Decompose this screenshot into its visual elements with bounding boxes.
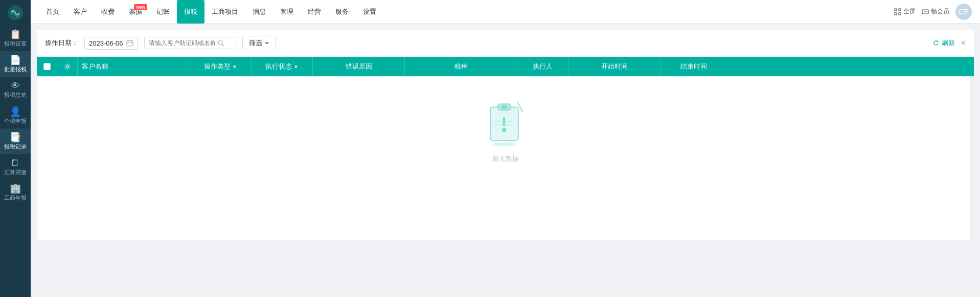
th-zhixingren: 执行人 bbox=[517, 57, 568, 76]
svg-rect-1 bbox=[895, 9, 897, 11]
fullscreen-button[interactable]: 全屏 bbox=[894, 7, 916, 16]
empty-text: 暂无数据 bbox=[492, 154, 519, 163]
th-caozuo-leixing[interactable]: 操作类型 ▼ bbox=[190, 57, 252, 76]
empty-illustration bbox=[483, 97, 529, 148]
gongshang-nianbao-icon: 🏢 bbox=[10, 184, 21, 193]
piliang-baoshui-icon: 📄 bbox=[10, 55, 21, 65]
sidebar-item-baoshui-zonlan[interactable]: 👁 报税总览 bbox=[0, 77, 31, 102]
topnav: 首页 客户 收费 票据 new 记账 报税 工商项目 消息 管理 经营 bbox=[31, 0, 980, 24]
chevron-down-icon bbox=[264, 40, 269, 46]
th-jieshu-shijian: 结束时间 bbox=[660, 57, 727, 76]
nav-xiaoxi[interactable]: 消息 bbox=[245, 0, 273, 24]
nav-piaoju[interactable]: 票据 new bbox=[122, 0, 149, 24]
refresh-button[interactable]: 刷新 bbox=[932, 38, 955, 48]
sidebar-item-geshui-shenbao[interactable]: 👤 个税申报 bbox=[0, 103, 31, 129]
topnav-right: 全屏 畅会员 CE bbox=[894, 4, 972, 20]
piaoju-badge: new bbox=[134, 4, 147, 10]
table-header: 客户名称 操作类型 ▼ 执行状态 ▼ 错误原因 税种 执行人 bbox=[37, 57, 974, 76]
svg-line-12 bbox=[222, 44, 224, 46]
sort-caozuo-icon: ▼ bbox=[232, 64, 237, 70]
empty-icon bbox=[483, 97, 529, 148]
svg-point-11 bbox=[218, 40, 222, 45]
sidebar-item-baoshui-shezhi[interactable]: 📋 报税设置 bbox=[0, 26, 31, 51]
nav-gongshang-xiangmu[interactable]: 工商项目 bbox=[204, 0, 245, 24]
th-shuizhong: 税种 bbox=[405, 57, 517, 76]
select-all-checkbox[interactable] bbox=[43, 63, 51, 70]
sidebar: 📋 报税设置 📄 批量报税 👁 报税总览 👤 个税申报 📑 报税记录 🗒 汇算清… bbox=[0, 0, 31, 297]
member-icon bbox=[922, 8, 929, 15]
search-icon bbox=[217, 39, 224, 47]
baoshui-zonlan-icon: 👁 bbox=[11, 81, 20, 90]
main-card: 操作日期： 2023-06-06 bbox=[37, 30, 974, 240]
sidebar-item-baoshui-jilu[interactable]: 📑 报税记录 bbox=[0, 129, 31, 154]
svg-point-17 bbox=[502, 128, 506, 132]
sidebar-item-gongshang-nianbao[interactable]: 🏢 工商年报 bbox=[0, 180, 31, 205]
th-kehu-mingcheng: 客户名称 bbox=[78, 57, 190, 76]
sidebar-item-baoshui-shezhi-label: 报税设置 bbox=[4, 40, 27, 47]
baoshui-jilu-icon: 📑 bbox=[10, 133, 21, 142]
th-kaishi-shijian: 开始时间 bbox=[568, 57, 660, 76]
table-body: 暂无数据 bbox=[37, 76, 974, 240]
svg-point-13 bbox=[66, 66, 69, 68]
close-button[interactable]: × bbox=[961, 38, 966, 48]
sort-zhixing-icon: ▼ bbox=[293, 64, 299, 70]
baoshui-shezhi-icon: 📋 bbox=[10, 30, 21, 39]
nav-shoufei[interactable]: 收费 bbox=[94, 0, 122, 24]
svg-rect-16 bbox=[502, 105, 507, 109]
th-cuowu-yuanyin: 错误原因 bbox=[313, 57, 405, 76]
calendar-icon bbox=[126, 39, 133, 47]
content-area: 操作日期： 2023-06-06 bbox=[31, 24, 980, 297]
scrollbar-track[interactable] bbox=[970, 76, 974, 240]
date-picker[interactable]: 2023-06-06 bbox=[84, 37, 138, 50]
sidebar-item-geshui-shenbao-label: 个税申报 bbox=[4, 118, 27, 124]
nav-shezhi[interactable]: 设置 bbox=[356, 0, 383, 24]
sidebar-item-baoshui-jilu-label: 报税记录 bbox=[4, 143, 27, 150]
user-avatar[interactable]: CE bbox=[955, 4, 972, 20]
th-checkbox[interactable] bbox=[37, 57, 57, 76]
sidebar-item-huisuan-jiaona-label: 汇算清缴 bbox=[4, 169, 27, 176]
nav-guanli[interactable]: 管理 bbox=[273, 0, 301, 24]
member-button[interactable]: 畅会员 bbox=[922, 7, 949, 16]
svg-rect-7 bbox=[127, 40, 133, 46]
toolbar: 操作日期： 2023-06-06 bbox=[37, 30, 974, 57]
settings-icon bbox=[63, 62, 72, 71]
toolbar-right: 刷新 × bbox=[932, 38, 966, 48]
main-area: 首页 客户 收费 票据 new 记账 报税 工商项目 消息 管理 经营 bbox=[31, 0, 980, 297]
sidebar-logo bbox=[0, 0, 31, 26]
sidebar-item-piliang-baoshui-label: 批量报税 bbox=[4, 66, 27, 73]
sidebar-item-piliang-baoshui[interactable]: 📄 批量报税 bbox=[0, 51, 31, 77]
search-input[interactable] bbox=[149, 39, 215, 47]
nav-baoshui[interactable]: 报税 bbox=[177, 0, 204, 24]
refresh-icon bbox=[932, 39, 940, 47]
filter-button[interactable]: 筛选 bbox=[242, 36, 276, 50]
th-settings[interactable] bbox=[57, 57, 78, 76]
fullscreen-icon bbox=[894, 8, 901, 15]
nav-shouye[interactable]: 首页 bbox=[39, 0, 66, 24]
nav-jizhan[interactable]: 记账 bbox=[149, 0, 177, 24]
sidebar-item-gongshang-nianbao-label: 工商年报 bbox=[4, 195, 27, 201]
th-zhixing-zhuangtai[interactable]: 执行状态 ▼ bbox=[252, 57, 313, 76]
sidebar-item-huisuan-jiaona[interactable]: 🗒 汇算清缴 bbox=[0, 154, 31, 180]
svg-rect-4 bbox=[899, 13, 901, 15]
nav-fuwu[interactable]: 服务 bbox=[328, 0, 356, 24]
svg-point-23 bbox=[493, 142, 515, 146]
svg-rect-2 bbox=[899, 9, 901, 11]
nav-jingying[interactable]: 经营 bbox=[301, 0, 328, 24]
huisuan-jiaona-icon: 🗒 bbox=[11, 158, 20, 167]
sidebar-item-baoshui-zonlan-label: 报税总览 bbox=[4, 92, 27, 98]
date-label: 操作日期： bbox=[45, 38, 78, 48]
geshui-shenbao-icon: 👤 bbox=[10, 107, 21, 116]
search-box[interactable] bbox=[144, 37, 236, 49]
svg-rect-3 bbox=[895, 13, 897, 15]
empty-state: 暂无数据 bbox=[37, 76, 974, 194]
nav-kehu[interactable]: 客户 bbox=[66, 0, 94, 24]
